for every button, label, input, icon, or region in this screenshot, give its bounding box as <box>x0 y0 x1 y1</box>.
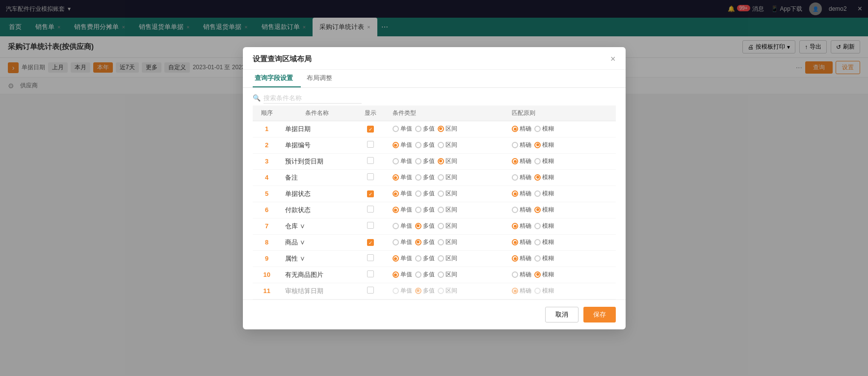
dialog-tab-fields[interactable]: 查询字段设置 <box>253 70 301 87</box>
dialog: 设置查询区域布局 × 查询字段设置 布局调整 🔍 顺序 条件名称 <box>243 47 626 95</box>
dialog-header: 设置查询区域布局 × <box>243 47 626 70</box>
dialog-tab-layout[interactable]: 布局调整 <box>305 70 340 87</box>
modal-overlay: 设置查询区域布局 × 查询字段设置 布局调整 🔍 顺序 条件名称 <box>0 0 868 94</box>
dialog-tab-fields-label: 查询字段设置 <box>255 74 293 81</box>
dialog-search: 🔍 <box>243 88 626 95</box>
search-input[interactable] <box>263 93 362 95</box>
dialog-title: 设置查询区域布局 <box>253 54 312 64</box>
dialog-tab-layout-label: 布局调整 <box>307 74 332 81</box>
dialog-tabs: 查询字段设置 布局调整 <box>243 70 626 88</box>
dialog-close-button[interactable]: × <box>610 54 616 64</box>
